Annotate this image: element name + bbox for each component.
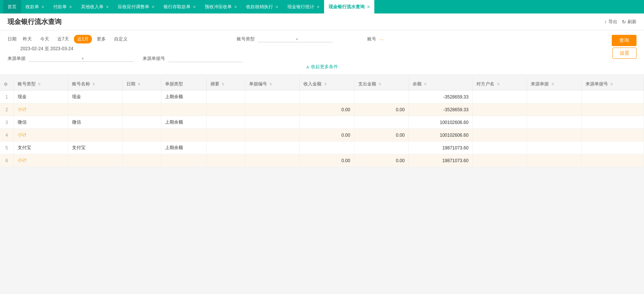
source-doc-select[interactable]: ▾ [29,56,134,62]
nav-tab-5-close[interactable]: ✕ [193,5,196,9]
col-source-doc-sort-icon[interactable]: ⇅ [551,82,554,86]
export-icon: ↑ [605,19,607,25]
table-cell [527,116,581,129]
account-more-icon[interactable]: ··· [379,36,384,42]
nav-tab-6[interactable]: 预收冲应收单 ✕ [200,0,242,13]
col-account-type-sort-icon[interactable]: ⇅ [38,82,41,86]
table-cell [245,154,300,167]
source-doc-arrow-icon: ▾ [82,57,132,61]
nav-tab-2-close[interactable]: ✕ [69,5,72,9]
nav-tab-5[interactable]: 银行存取款单 ✕ [159,0,200,13]
table-container: ⚙ 账号类型 ⇅ 账号名称 ⇅ 日期 ⇅ 单据类型 摘要 [0,78,644,167]
refresh-icon: ↻ [622,19,626,25]
nav-tab-9-close[interactable]: ✕ [367,5,370,9]
col-source-doc: 来源单据 ⇅ [527,78,581,91]
table-cell [527,154,581,167]
table-cell [527,103,581,116]
table-row[interactable]: 4小计0.000.00100102606.60 [0,129,644,142]
table-cell: 3 [0,116,14,129]
table-cell: 小计 [14,154,68,167]
table-cell: 小计 [14,129,68,142]
nav-tab-7-label: 收款核销执行 [246,4,273,10]
col-expense-label: 支出金额 [358,81,376,87]
account-filter-group: 账号 ··· [367,36,387,42]
nav-tab-9[interactable]: 现金银行流水查询 ✕ [324,0,374,13]
last7-btn[interactable]: 近7天 [54,35,72,43]
custom-btn[interactable]: 自定义 [111,35,131,43]
query-button[interactable]: 查询 [612,35,636,46]
table-cell [245,129,300,142]
table-cell [123,91,161,103]
nav-tab-1-close[interactable]: ✕ [41,5,44,9]
col-date-label: 日期 [126,81,135,87]
nav-tab-8[interactable]: 现金银行统计 ✕ [283,0,324,13]
table-cell [161,154,206,167]
account-type-select[interactable]: ▾ [258,36,333,42]
table-cell [473,91,527,103]
table-cell [354,91,408,103]
table-row[interactable]: 3微信微信上期余额100102606.60 [0,116,644,129]
table-header-row: ⚙ 账号类型 ⇅ 账号名称 ⇅ 日期 ⇅ 单据类型 摘要 [0,78,644,91]
nav-tab-3-close[interactable]: ✕ [106,5,109,9]
col-income-sort-icon[interactable]: ⇅ [324,82,327,86]
nav-tab-1[interactable]: 收款单 ✕ [21,0,49,13]
query-settings-group: 查询 设置 [612,35,636,59]
col-income-label: 收入金额 [303,81,321,87]
collapse-bar[interactable]: ∧ 收起更多条件 [8,64,636,70]
col-doc-type: 单据类型 [161,78,206,91]
table-cell: 19871073.60 [408,154,472,167]
date-range-display: 2023-02-24 至 2023-03-24 [20,46,73,51]
today-btn[interactable]: 今天 [37,35,53,43]
nav-tab-3[interactable]: 其他收入单 ✕ [77,0,113,13]
table-row[interactable]: 6小计0.000.0019871073.60 [0,154,644,167]
source-doc-no-input[interactable] [168,55,243,62]
nav-tab-6-label: 预收冲应收单 [205,4,232,10]
nav-tab-2[interactable]: 付款单 ✕ [49,0,77,13]
nav-tab-4[interactable]: 应收应付调整单 ✕ [113,0,159,13]
date-label: 日期 [8,36,17,42]
col-summary-sort-icon[interactable]: ⇅ [222,82,225,86]
table-cell [473,154,527,167]
table-row[interactable]: 1现金现金上期余额-3528659.33 [0,91,644,103]
nav-tab-6-close[interactable]: ✕ [234,5,237,9]
nav-tab-4-label: 应收应付调整单 [118,4,149,10]
col-doc-no-sort-icon[interactable]: ⇅ [269,82,272,86]
yesterday-btn[interactable]: 昨天 [20,35,35,43]
export-button[interactable]: ↑ 导出 [605,19,618,25]
col-account-type-label: 账号类型 [18,81,36,87]
table-cell: 6 [0,154,14,167]
source-doc-no-label: 来源单据号 [143,55,165,62]
table-cell: 0.00 [354,129,408,142]
nav-tab-4-close[interactable]: ✕ [152,5,155,9]
nav-tab-7-close[interactable]: ✕ [275,5,278,9]
nav-tab-8-close[interactable]: ✕ [317,5,320,9]
page-header: 现金银行流水查询 ↑ 导出 ↻ 刷新 [0,13,644,30]
table-row[interactable]: 2小计0.000.00-3528659.33 [0,103,644,116]
col-source-doc-no-sort-icon[interactable]: ⇅ [610,82,613,86]
col-income: 收入金额 ⇅ [300,78,354,91]
col-expense-sort-icon[interactable]: ⇅ [378,82,381,86]
collapse-icon: ∧ [306,64,309,70]
account-type-label: 账号类型 [237,36,255,42]
table-cell [581,116,644,129]
settings-button[interactable]: 设置 [612,48,636,59]
last1m-btn[interactable]: 近1月 [74,35,92,43]
table-cell: 2 [0,103,14,116]
nav-tab-7[interactable]: 收款核销执行 ✕ [242,0,283,13]
col-balance-sort-icon[interactable]: ⇅ [424,82,427,86]
col-counterpart-sort-icon[interactable]: ⇅ [497,82,500,86]
table-cell: 上期余额 [161,91,206,103]
table-cell [206,154,245,167]
date-buttons: 昨天 今天 近7天 近1月 更多 自定义 [20,35,131,43]
table-cell: 小计 [14,103,68,116]
col-date-sort-icon[interactable]: ⇅ [138,82,141,86]
filter-area: 日期 昨天 今天 近7天 近1月 更多 自定义 账号类型 ▾ [0,30,644,75]
more-btn[interactable]: 更多 [93,35,109,43]
refresh-button[interactable]: ↻ 刷新 [622,19,636,25]
nav-home[interactable]: 首页 [3,0,21,13]
col-account-name-sort-icon[interactable]: ⇅ [92,82,95,86]
table-cell [206,129,245,142]
table-row[interactable]: 5支付宝支付宝上期余额19871073.60 [0,142,644,154]
table-cell: 0.00 [300,154,354,167]
gear-icon[interactable]: ⚙ [4,82,8,87]
